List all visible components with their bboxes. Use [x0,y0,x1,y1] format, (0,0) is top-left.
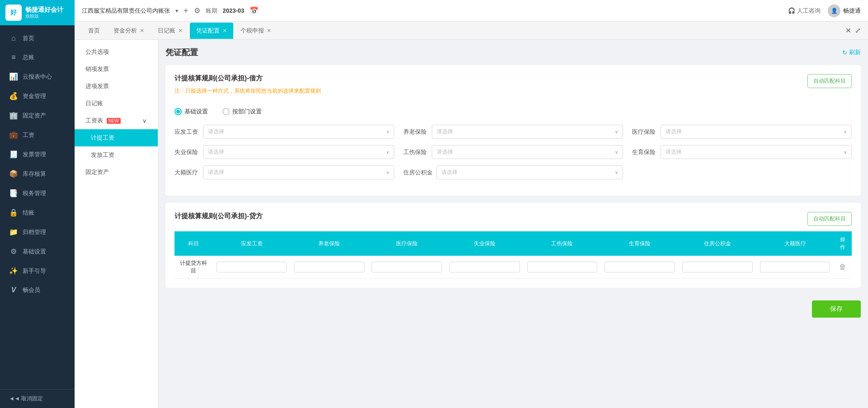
tab-tax-close[interactable]: ✕ [267,28,271,34]
input-gongshang[interactable] [527,262,598,272]
radio-basic-label: 基础设置 [184,108,208,116]
input-shiye[interactable] [449,262,520,272]
menu-group-payroll[interactable]: 工资表 NEW ∨ [75,112,158,129]
funds-icon: 💰 [9,92,18,100]
settings-gear-button[interactable]: ⚙ [194,6,200,15]
form-item-yingfa: 应发工资 请选择 ∨ [175,125,394,139]
sidebar-item-tax[interactable]: 📑 税务管理 [0,183,75,203]
form-select-yanglao[interactable]: 请选择 ∨ [432,125,623,139]
sidebar-item-settings[interactable]: ⚙ 基础设置 [0,242,75,261]
add-company-button[interactable]: + [184,7,189,15]
input-dayi[interactable] [760,262,830,272]
ledger-icon: ≡ [9,53,18,61]
auto-match-debit-button[interactable]: 自动匹配科目 [807,74,852,88]
refresh-button[interactable]: ↻ 刷新 [842,48,861,56]
tab-funds-label: 资金分析 [113,27,137,35]
form-select-dayi[interactable]: 请选择 ∨ [203,165,394,179]
content-area: 公共选项 销项发票 进项发票 日记账 工资表 NEW ∨ 计提工资 [75,40,868,408]
save-button[interactable]: 保存 [812,300,861,318]
menu-item-calc-payroll[interactable]: 计提工资 [75,129,158,146]
radio-basic[interactable]: 基础设置 [175,108,208,116]
col-action: 操作 [834,231,852,256]
sidebar-item-vip[interactable]: V 畅会员 [0,281,75,300]
chevron-down-icon: ∨ [386,129,389,134]
tab-voucher[interactable]: 凭证配置 ✕ [190,23,233,39]
input-shengyu[interactable] [604,262,675,272]
col-gongshang: 工伤保险 [524,231,601,256]
tab-tax[interactable]: 个税申报 ✕ [234,23,278,39]
sidebar-item-inventory[interactable]: 📦 库存核算 [0,164,75,183]
menu-item-public[interactable]: 公共选项 [75,43,158,61]
archive-icon: 📁 [9,228,18,236]
chevron-down-icon: ∨ [142,117,147,124]
company-name: 江西服宝精品有限责任公司内账张 [82,7,170,15]
company-dropdown-button[interactable]: ▾ [175,8,178,14]
form-label-zhufang: 住房公积金 [403,169,433,177]
input-yiliao[interactable] [372,262,442,272]
tab-journal[interactable]: 日记账 ✕ [151,23,189,39]
sidebar-item-label: 基础设置 [23,248,46,256]
logo-text: 畅捷通好会计 [25,6,63,14]
sidebar-item-invoice[interactable]: 🧾 发票管理 [0,145,75,164]
logo-sub: 旗舰版 [25,13,63,19]
sidebar-item-guide[interactable]: ✨ 新手引导 [0,261,75,281]
chevron-down-icon: ∨ [615,129,618,134]
cell-yiliao [368,256,446,279]
tab-home[interactable]: 首页 [82,23,106,39]
salary-icon: 💼 [9,131,18,139]
menu-item-journal[interactable]: 日记账 [75,95,158,112]
sidebar-item-close[interactable]: 🔒 结账 [0,203,75,222]
sidebar-item-reports[interactable]: 📊 云报表中心 [0,67,75,86]
sidebar-item-funds[interactable]: 💰 资金管理 [0,86,75,106]
form-select-yiliao[interactable]: 请选择 ∨ [660,125,852,139]
form-select-yingfa[interactable]: 请选择 ∨ [203,125,394,139]
cell-shengyu [601,256,679,279]
auto-match-credit-button[interactable]: 自动匹配科目 [807,212,852,226]
form-select-gongshang[interactable]: 请选择 ∨ [432,145,623,159]
sidebar-item-assets[interactable]: 🏢 固定资产 [0,106,75,125]
tab-voucher-close[interactable]: ✕ [222,28,227,34]
service-button[interactable]: 🎧 人工咨询 [788,7,821,15]
notice-text: 注：只能选择一种方式，系统将按照您当前的选择来配置规则 [175,87,321,95]
form-select-shengyu-placeholder: 请选择 [665,148,682,156]
sidebar-item-home[interactable]: ⌂ 首页 [0,29,75,48]
calendar-icon[interactable]: 📅 [250,6,259,15]
form-label-dayi: 大额医疗 [175,169,199,177]
input-zhufang[interactable] [682,262,753,272]
menu-item-pay-salary[interactable]: 发放工资 [75,146,158,164]
top-bar: 江西服宝精品有限责任公司内账张 ▾ + ⚙ 账期 2023-03 📅 🎧 人工咨… [75,0,868,22]
avatar: 👤 [828,5,840,17]
tab-funds[interactable]: 资金分析 ✕ [107,23,151,39]
menu-journal-label: 日记账 [85,100,103,107]
menu-sales-label: 销项发票 [85,66,109,72]
form-select-shengyu[interactable]: 请选择 ∨ [660,145,852,159]
form-select-shiye[interactable]: 请选择 ∨ [203,145,394,159]
delete-row-button[interactable]: 🗑 [839,263,846,271]
sidebar-item-ledger[interactable]: ≡ 总账 [0,48,75,67]
invoice-icon: 🧾 [9,150,18,159]
input-yanglao[interactable] [294,262,364,272]
user-info[interactable]: 👤 畅捷通 [828,5,861,17]
cell-zhufang [679,256,756,279]
menu-item-fixed[interactable]: 固定资产 [75,164,158,181]
sidebar-unpin-button[interactable]: ◄◄ 取消固定 [0,389,75,408]
sidebar: 好 畅捷通好会计 旗舰版 ⌂ 首页 ≡ 总账 📊 云报表中心 💰 资金管理 🏢 … [0,0,75,408]
chevron-down-icon: ∨ [615,150,618,155]
sidebar-item-salary[interactable]: 💼 工资 [0,125,75,145]
menu-item-sales[interactable]: 销项发票 [75,61,158,78]
tab-funds-close[interactable]: ✕ [140,28,144,34]
tab-actions: ✕ ⤢ [845,26,861,35]
form-select-zhufang[interactable]: 请选择 ∨ [436,165,623,179]
settings-icon: ⚙ [9,247,18,256]
radio-dept[interactable]: 按部门设置 [222,108,262,116]
close-tab-button[interactable]: ✕ [845,26,851,35]
form-select-zhufang-placeholder: 请选择 [441,169,458,176]
sidebar-item-label: 云报表中心 [23,73,52,81]
sidebar-item-archive[interactable]: 📁 归档管理 [0,222,75,242]
section-credit: 计提核算规则(公司承担)-贷方 自动匹配科目 科目 应发工资 养老保险 医疗保险… [165,203,861,288]
input-yingfa[interactable] [217,262,287,272]
maximize-tab-button[interactable]: ⤢ [855,26,861,35]
tab-journal-close[interactable]: ✕ [178,28,183,34]
tab-journal-label: 日记账 [158,27,175,35]
menu-item-purchase[interactable]: 进项发票 [75,78,158,95]
